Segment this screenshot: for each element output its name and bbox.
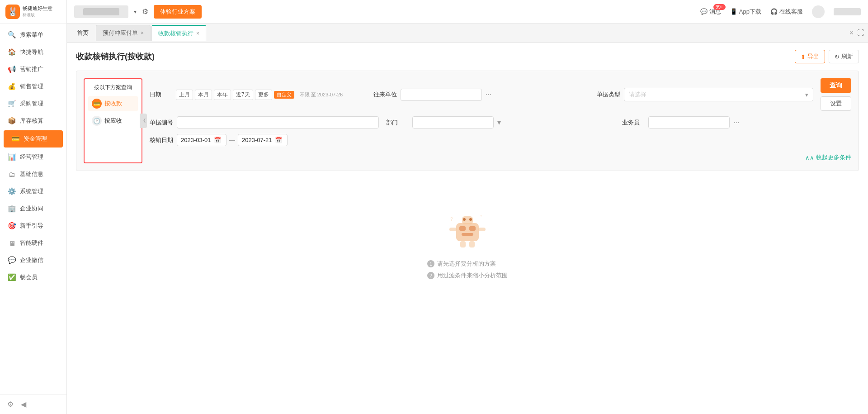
guide-icon: 🎯 [7, 222, 16, 230]
date-custom-badge[interactable]: 自定义 [274, 91, 294, 99]
page-content: 收款核销执行(按收款) ⬆ 导出 ↻ 刷新 按以下方案查询 💳 按收款 [67, 43, 868, 414]
calendar-start-icon: 📅 [214, 137, 221, 143]
service-icon: 🎧 [770, 8, 778, 15]
doctype-label: 单据类型 [597, 90, 620, 99]
partner-input[interactable] [401, 89, 482, 101]
date-btn-this-year[interactable]: 本年 [214, 90, 231, 100]
topbar-app-download[interactable]: 📱 App下载 [730, 8, 761, 16]
tip-num-1: 1 [427, 260, 434, 267]
svg-rect-9 [460, 241, 466, 247]
partner-select-icon[interactable]: ··· [486, 90, 491, 99]
tab-home[interactable]: 首页 [71, 25, 95, 41]
filter-row-3: 核销日期 2023-03-01 📅 — 2023-07-21 📅 [150, 134, 851, 146]
sidebar-item-enterprise[interactable]: 🏢 企业协同 [0, 200, 66, 217]
dept-dropdown-icon[interactable]: ▾ [497, 118, 501, 127]
date-btn-more[interactable]: 更多 [255, 90, 272, 100]
tab-writeoff-close-icon[interactable]: × [196, 30, 199, 37]
sidebar-item-search-menu[interactable]: 🔍 搜索菜单 [0, 26, 66, 43]
sidebar-item-ops[interactable]: 📊 经营管理 [0, 148, 66, 166]
date-btn-last-month[interactable]: 上月 [176, 90, 193, 100]
logo-text: 畅捷通好生意 标准版 [23, 5, 52, 18]
verify-date-end-input[interactable]: 2023-07-21 📅 [238, 134, 288, 146]
sidebar-collapse-icon[interactable]: ◀ [21, 400, 26, 409]
topbar-message[interactable]: 💬 消息 99+ [700, 8, 721, 16]
topbar-dropdown-icon[interactable]: ▾ [134, 9, 137, 15]
system-icon: ⚙️ [7, 187, 16, 195]
app-icon: 📱 [730, 8, 737, 15]
sidebar-item-funds[interactable]: 💳 资金管理 [4, 130, 63, 148]
filter-row-2: 单据编号 部门 ▾ 业务员 ··· [150, 116, 851, 128]
svg-point-6 [469, 218, 472, 221]
sidebar-item-purchase[interactable]: 🛒 采购管理 [0, 95, 66, 112]
svg-rect-2 [469, 226, 476, 231]
collapse-icon: ∧∧ [805, 154, 814, 161]
sidebar-item-quick-nav[interactable]: 🏠 快捷导航 [0, 43, 66, 61]
doctype-select[interactable]: 请选择 ▾ [624, 88, 813, 101]
svg-point-5 [463, 218, 466, 221]
filter-docno-field: 单据编号 [150, 116, 379, 128]
tab-prepay[interactable]: 预付冲应付单 × [96, 25, 151, 41]
refresh-btn[interactable]: ↻ 刷新 [829, 50, 859, 63]
empty-tip-2: 2 用过滤条件来缩小分析范围 [427, 271, 508, 280]
topbar-brand [74, 5, 128, 18]
svg-rect-1 [459, 226, 466, 231]
inventory-icon: 📦 [7, 117, 16, 125]
topbar-gear-icon[interactable]: ⚙ [142, 7, 148, 16]
sidebar-item-inventory[interactable]: 📦 库存核算 [0, 112, 66, 129]
tabbar-close-btn[interactable]: × [849, 29, 854, 37]
tip-num-2: 2 [427, 272, 434, 279]
sidebar-item-sales[interactable]: 💰 销售管理 [0, 78, 66, 95]
enterprise-icon: 🏢 [7, 205, 16, 213]
sidebar-item-member[interactable]: ✅ 畅会员 [0, 269, 66, 286]
svg-rect-3 [462, 233, 473, 236]
tab-prepay-close-icon[interactable]: × [141, 30, 144, 36]
topbar-service[interactable]: 🎧 在线客服 [770, 8, 803, 16]
sidebar: 🐰 畅捷通好生意 标准版 🔍 搜索菜单 🏠 快捷导航 📢 营销推广 💰 销售管理… [0, 0, 67, 414]
verify-date-start-input[interactable]: 2023-03-01 📅 [177, 134, 226, 146]
tabbar-maximize-btn[interactable]: ⛶ [857, 29, 864, 37]
export-btn[interactable]: ⬆ 导出 [795, 50, 825, 63]
query-option-by-receipt[interactable]: 💳 按收款 [88, 96, 138, 111]
sidebar-item-marketing[interactable]: 📢 营销推广 [0, 61, 66, 78]
tab-writeoff[interactable]: 收款核销执行 × [151, 25, 206, 41]
dept-label: 部门 [386, 119, 409, 127]
industry-btn[interactable]: 体验行业方案 [154, 5, 202, 19]
wechat-icon: 💬 [7, 256, 16, 264]
query-option-by-receivable[interactable]: 🕐 按应收 [88, 113, 138, 128]
purchase-icon: 🛒 [7, 100, 16, 108]
main-area: ▾ ⚙ 体验行业方案 💬 消息 99+ 📱 App下载 🎧 在线客服 首页 [67, 0, 868, 414]
logo-icon: 🐰 [5, 5, 20, 19]
date-btn-this-month[interactable]: 本月 [195, 90, 212, 100]
sidebar-item-hardware[interactable]: 🖥 智能硬件 [0, 234, 66, 252]
query-panel-collapse-btn[interactable]: 《 [140, 114, 147, 128]
filter-actions: 查询 设置 [821, 78, 851, 111]
dept-input[interactable] [412, 116, 494, 128]
query-btn[interactable]: 查询 [821, 78, 851, 93]
calendar-end-icon: 📅 [275, 137, 282, 143]
staff-select-icon[interactable]: ··· [733, 119, 739, 127]
staff-input[interactable] [648, 116, 730, 128]
sidebar-item-guide[interactable]: 🎯 新手引导 [0, 217, 66, 234]
date-btn-7days[interactable]: 近7天 [233, 90, 253, 100]
sales-icon: 💰 [7, 82, 16, 90]
sidebar-item-basic[interactable]: 🗂 基础信息 [0, 166, 66, 183]
sidebar-item-wechat[interactable]: 💬 企业微信 [0, 252, 66, 269]
message-badge: 99+ [713, 4, 726, 10]
topbar-avatar[interactable] [812, 5, 825, 18]
svg-rect-0 [456, 223, 479, 241]
collapse-more-btn[interactable]: ∧∧ 收起更多条件 [150, 152, 851, 163]
filter-verify-date-field: 核销日期 2023-03-01 📅 — 2023-07-21 📅 [150, 134, 851, 146]
settings-btn[interactable]: 设置 [821, 96, 851, 111]
doctype-dropdown-icon: ▾ [805, 91, 808, 98]
by-receivable-icon: 🕐 [92, 116, 102, 126]
sidebar-gear-icon[interactable]: ⚙ [7, 400, 14, 409]
marketing-icon: 📢 [7, 65, 16, 73]
sidebar-bottom: ⚙ ◀ [0, 394, 66, 414]
page-header: 收款核销执行(按收款) ⬆ 导出 ↻ 刷新 [76, 50, 859, 63]
svg-text:?: ? [480, 214, 482, 218]
sidebar-item-system[interactable]: ⚙️ 系统管理 [0, 183, 66, 200]
topbar-username [834, 8, 861, 15]
docno-input[interactable] [177, 116, 379, 128]
filter-row-1: 日期 上月 本月 本年 近7天 更多 自定义 不限 至 2023-07-26 [150, 78, 851, 111]
topbar: ▾ ⚙ 体验行业方案 💬 消息 99+ 📱 App下载 🎧 在线客服 [67, 0, 868, 24]
